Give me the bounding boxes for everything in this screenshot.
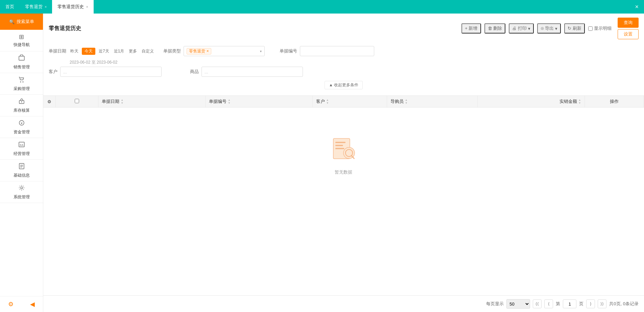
export-dropdown-icon[interactable]: ▾ — [555, 26, 557, 31]
page-title-row: 零售退货历史 + 新增 🗑 删除 🖨 打印 ▾ ⊙ 导出 ▾ — [49, 18, 639, 39]
goods-input[interactable]: ... — [201, 67, 303, 77]
settings-bottom-icon[interactable]: ⚙ — [8, 300, 14, 308]
tab-home[interactable]: 首页 — [0, 0, 20, 14]
goods-label: 商品 — [190, 69, 199, 75]
last-page-button[interactable]: ⟩⟩ — [598, 299, 606, 308]
sales-icon — [18, 54, 25, 63]
sidebar-item-base-info[interactable]: 基础信息 — [0, 160, 43, 181]
customer-placeholder: ... — [63, 69, 67, 74]
th-no[interactable]: 单据编号 ▲▼ — [206, 96, 313, 108]
tab-return-history[interactable]: 零售退货历史 × — [52, 0, 93, 14]
date-opt-custom[interactable]: 自定义 — [140, 48, 155, 55]
guide-sort-arrows[interactable]: ▲▼ — [405, 98, 408, 105]
date-opt-today[interactable]: 今天 — [82, 48, 95, 55]
svg-rect-17 — [335, 148, 344, 149]
search-icon: 🔍 — [9, 19, 15, 24]
layout: 🔍 搜索菜单 ⊞ 快捷导航 销售管理 采购管理 — [0, 14, 644, 312]
date-opt-last30[interactable]: 近1月 — [113, 48, 126, 55]
th-amount[interactable]: 实销金额 ▲▼ — [477, 96, 585, 108]
date-sort-arrows[interactable]: ▲▼ — [121, 98, 123, 105]
quick-nav-icon: ⊞ — [19, 33, 24, 41]
main-content: 零售退货历史 + 新增 🗑 删除 🖨 打印 ▾ ⊙ 导出 ▾ — [43, 14, 644, 312]
delete-label: 🗑 删除 — [488, 25, 502, 31]
sidebar-search[interactable]: 🔍 搜索菜单 — [0, 14, 43, 30]
empty-text: 暂无数据 — [335, 169, 352, 175]
export-button[interactable]: ⊙ 导出 ▾ — [537, 23, 561, 34]
add-button[interactable]: + 新增 — [461, 23, 481, 34]
data-table: ⚙ 单据日期 ▲▼ 单据编号 — [43, 96, 644, 202]
top-bar: 首页 零售退货 × 零售退货历史 × × — [0, 0, 644, 14]
select-all-checkbox[interactable] — [75, 99, 79, 103]
date-filter-label: 单据日期 — [49, 48, 66, 54]
sidebar-item-system[interactable]: 系统管理 — [0, 181, 43, 203]
purchase-icon — [18, 76, 25, 85]
empty-cell: 暂无数据 — [43, 108, 644, 203]
next-page-button[interactable]: ⟩ — [586, 299, 595, 308]
prev-page-button[interactable]: ⟨ — [544, 299, 553, 308]
voucher-type-select[interactable]: 零售退货 × ▾ — [184, 46, 265, 56]
page-size-label: 每页显示 — [486, 301, 504, 307]
svg-rect-15 — [335, 142, 345, 143]
display-toggle-label: 显示明细 — [594, 25, 612, 31]
page-header: 零售退货历史 + 新增 🗑 删除 🖨 打印 ▾ ⊙ 导出 ▾ — [43, 14, 644, 96]
finance-icon: ¥ — [18, 119, 25, 128]
refresh-label: ↻ 刷新 — [568, 25, 581, 31]
header-actions: + 新增 🗑 删除 🖨 打印 ▾ ⊙ 导出 ▾ ↻ 刷新 — [461, 18, 639, 39]
query-button[interactable]: 查询 — [618, 18, 639, 28]
print-dropdown-icon[interactable]: ▾ — [528, 26, 530, 31]
date-opt-more[interactable]: 更多 — [127, 48, 138, 55]
sidebar-item-finance[interactable]: ¥ 资金管理 — [0, 116, 43, 138]
th-customer[interactable]: 客户 ▲▼ — [312, 96, 387, 108]
th-settings[interactable]: ⚙ — [43, 96, 55, 108]
page-number-input[interactable] — [563, 299, 576, 308]
date-opt-last7[interactable]: 近7天 — [97, 48, 111, 55]
page-title: 零售退货历史 — [49, 25, 81, 32]
sidebar-item-sales[interactable]: 销售管理 — [0, 51, 43, 73]
collapse-button[interactable]: ▲ 收起更多条件 — [325, 81, 363, 89]
sidebar-nav: 🔍 搜索菜单 ⊞ 快捷导航 销售管理 采购管理 — [0, 14, 43, 203]
th-customer-label: 客户 — [316, 98, 325, 105]
settings-button[interactable]: 设置 — [618, 29, 639, 39]
delete-button[interactable]: 🗑 删除 — [484, 23, 506, 34]
voucher-no-input[interactable] — [300, 46, 374, 56]
tab-return[interactable]: 零售退货 × — [20, 0, 52, 14]
th-checkbox[interactable] — [55, 96, 98, 108]
th-guide-label: 导购员 — [390, 98, 404, 105]
sidebar-item-finance-label: 资金管理 — [14, 129, 30, 135]
sidebar-item-inventory[interactable]: 库存核算 — [0, 95, 43, 116]
window-close-button[interactable]: × — [635, 3, 644, 10]
th-amount-label: 实销金额 — [559, 98, 577, 105]
sidebar-item-purchase[interactable]: 采购管理 — [0, 73, 43, 95]
th-guide[interactable]: 导购员 ▲▼ — [387, 96, 477, 108]
svg-rect-16 — [335, 145, 343, 146]
filter-row-date-range: 2023-06-02 至 2023-06-02 — [49, 59, 639, 65]
print-button[interactable]: 🖨 打印 ▾ — [509, 23, 534, 34]
amount-sort-arrows[interactable]: ▲▼ — [578, 98, 581, 105]
table-settings-icon[interactable]: ⚙ — [47, 99, 51, 104]
display-toggle-checkbox[interactable] — [588, 26, 593, 31]
sidebar-item-inventory-label: 库存核算 — [14, 108, 30, 113]
system-icon — [18, 184, 25, 193]
tab-return-history-label: 零售退货历史 — [57, 4, 84, 10]
customer-filter: 客户 ... — [49, 67, 162, 77]
page-size-select[interactable]: 10 20 50 100 — [506, 299, 530, 309]
customer-sort-arrows[interactable]: ▲▼ — [326, 98, 329, 105]
sidebar-bottom: ⚙ ◀ — [0, 296, 43, 312]
date-opt-yesterday[interactable]: 昨天 — [69, 48, 80, 55]
tab-return-close[interactable]: × — [45, 5, 47, 9]
voucher-type-filter: 单据类型 零售退货 × ▾ — [163, 46, 265, 56]
svg-rect-0 — [19, 56, 24, 60]
goods-placeholder: ... — [205, 69, 208, 74]
refresh-button[interactable]: ↻ 刷新 — [564, 23, 585, 34]
collapse-sidebar-icon[interactable]: ◀ — [30, 300, 35, 308]
th-date[interactable]: 单据日期 ▲▼ — [98, 96, 206, 108]
date-range-display: 2023-06-02 至 2023-06-02 — [70, 60, 117, 65]
filter-row-2: 客户 ... 商品 ... — [49, 67, 639, 77]
sidebar-item-business[interactable]: EA 经营管理 — [0, 138, 43, 160]
tab-return-history-close[interactable]: × — [86, 5, 88, 9]
sidebar-item-quick-nav[interactable]: ⊞ 快捷导航 — [0, 30, 43, 51]
customer-input[interactable]: ... — [60, 67, 162, 77]
page-label2: 页 — [579, 301, 583, 307]
no-sort-arrows[interactable]: ▲▼ — [228, 98, 231, 105]
first-page-button[interactable]: ⟨⟨ — [533, 299, 542, 308]
